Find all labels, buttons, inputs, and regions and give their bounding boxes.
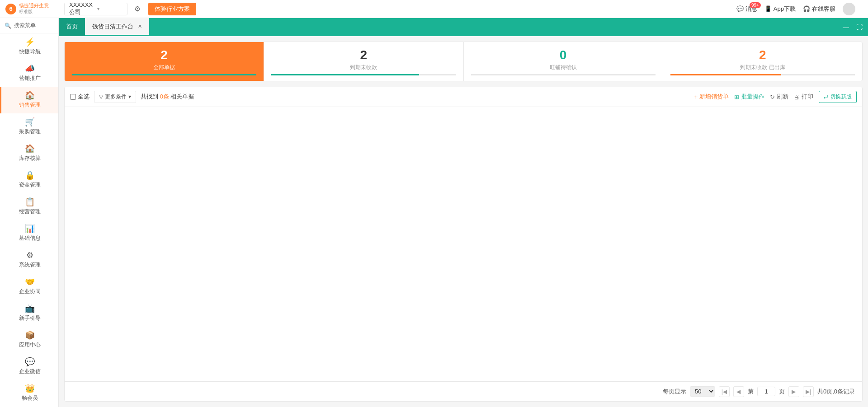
select-all-checkbox[interactable]: 全选 bbox=[70, 93, 90, 101]
sidebar-label-sales: 销售管理 bbox=[19, 101, 41, 109]
filter-icon: ▽ bbox=[99, 94, 103, 100]
sidebar-item-system[interactable]: ⚙ 系统管理 bbox=[0, 247, 58, 273]
app-download-button[interactable]: 📱 App下载 bbox=[764, 5, 796, 13]
inventory-icon: 🏠 bbox=[25, 145, 35, 153]
tab-close-icon[interactable]: ✕ bbox=[138, 23, 142, 29]
gear-icon: ⚙ bbox=[134, 5, 141, 13]
page-input[interactable] bbox=[757, 387, 775, 396]
stat-number-overdue: 2 bbox=[271, 47, 456, 63]
tab-workbench[interactable]: 钱货日清工作台 ✕ bbox=[85, 18, 149, 36]
lightning-icon: ⚡ bbox=[25, 38, 35, 46]
wechat-icon: 💬 bbox=[25, 358, 35, 366]
table-area bbox=[65, 107, 862, 381]
sidebar-item-enterprise[interactable]: 🤝 企业协同 bbox=[0, 273, 58, 300]
sidebar-item-newbie[interactable]: 📺 新手引导 bbox=[0, 300, 58, 327]
online-service-button[interactable]: 🎧 在线客服 bbox=[803, 5, 835, 13]
sidebar-item-wechat[interactable]: 💬 企业微信 bbox=[0, 353, 58, 380]
sales-icon: 🏠 bbox=[25, 91, 35, 99]
total-info: 共0页,0条记录 bbox=[817, 388, 855, 396]
stat-label-overdue: 到期未收款 bbox=[271, 64, 456, 71]
company-name: XXXXXX公司 bbox=[69, 1, 94, 16]
stat-label-all: 全部单据 bbox=[72, 64, 256, 71]
experience-button[interactable]: 体验行业方案 bbox=[148, 3, 196, 15]
sidebar-item-quick-nav[interactable]: ⚡ 快捷导航 bbox=[0, 33, 58, 60]
tab-home[interactable]: 首页 bbox=[59, 18, 85, 36]
switch-icon: ⇄ bbox=[824, 94, 828, 100]
header-right: 💬 消息 99+ 📱 App下载 🎧 在线客服 bbox=[736, 3, 863, 15]
stat-progress-all bbox=[72, 74, 256, 75]
sidebar-item-basic-info[interactable]: 📊 基础信息 bbox=[0, 220, 58, 247]
page-size-select[interactable]: 50 100 200 bbox=[690, 386, 715, 397]
sidebar-item-inventory[interactable]: 🏠 库存核算 bbox=[0, 140, 58, 167]
sidebar-label-system: 系统管理 bbox=[19, 261, 41, 269]
content-panel: 全选 ▽ 更多条件 ▾ 共找到 0条 相关单据 + 新增销货单 bbox=[64, 87, 863, 402]
switch-new-version-button[interactable]: ⇄ 切换新版 bbox=[819, 91, 857, 103]
switch-btn-label: 切换新版 bbox=[830, 93, 852, 101]
next-page-button[interactable]: ▶ bbox=[788, 386, 799, 397]
stat-card-pending[interactable]: 0 旺铺待确认 bbox=[464, 42, 663, 81]
stat-card-overdue-out[interactable]: 2 到期未收款 已出库 bbox=[663, 42, 862, 81]
logo-sub: 标准版 bbox=[19, 9, 49, 15]
first-page-button[interactable]: |◀ bbox=[719, 386, 730, 397]
tab-minimize-icon[interactable]: — bbox=[841, 22, 851, 33]
batch-btn-label: 批量操作 bbox=[741, 93, 764, 101]
stat-progress-bar-overdue-out bbox=[670, 74, 781, 75]
toolbar-right: + 新增销货单 ⊞ 批量操作 ↻ 刷新 🖨 bbox=[694, 91, 857, 103]
sidebar-item-sales[interactable]: 🏠 销售管理 bbox=[0, 87, 58, 113]
last-page-button[interactable]: ▶| bbox=[803, 386, 814, 397]
stat-progress-pending bbox=[471, 74, 656, 75]
sidebar-item-capital[interactable]: 🔒 资金管理 bbox=[0, 167, 58, 193]
plus-icon: + bbox=[694, 94, 698, 100]
sidebar-item-app-center[interactable]: 📦 应用中心 bbox=[0, 327, 58, 353]
print-button[interactable]: 🖨 打印 bbox=[794, 93, 813, 101]
avatar[interactable] bbox=[843, 3, 855, 15]
stat-card-all[interactable]: 2 全部单据 bbox=[65, 42, 264, 81]
sidebar-item-marketing[interactable]: 📣 营销推广 bbox=[0, 60, 58, 87]
prev-page-button[interactable]: ◀ bbox=[733, 386, 744, 397]
chevron-down-icon: ▾ bbox=[97, 6, 123, 11]
per-page-label: 每页显示 bbox=[663, 388, 686, 396]
stat-card-overdue[interactable]: 2 到期未收款 bbox=[264, 42, 463, 81]
sidebar-item-operations[interactable]: 📋 经营管理 bbox=[0, 193, 58, 220]
system-icon: ⚙ bbox=[26, 251, 33, 259]
service-icon: 🎧 bbox=[803, 5, 810, 12]
search-menu-button[interactable]: 🔍 搜索菜单 bbox=[0, 18, 58, 33]
sidebar-label-operations: 经营管理 bbox=[19, 208, 41, 215]
sidebar-label-marketing: 营销推广 bbox=[19, 75, 41, 82]
stat-progress-overdue bbox=[271, 74, 456, 75]
print-label: 打印 bbox=[802, 93, 813, 101]
more-filter-button[interactable]: ▽ 更多条件 ▾ bbox=[94, 91, 136, 103]
purchase-icon: 🛒 bbox=[25, 118, 35, 126]
basic-info-icon: 📊 bbox=[25, 225, 35, 233]
stat-label-overdue-out: 到期未收款 已出库 bbox=[670, 64, 855, 71]
sidebar-label-enterprise: 企业协同 bbox=[19, 288, 41, 295]
result-count: 0条 bbox=[160, 93, 169, 100]
enterprise-icon: 🤝 bbox=[25, 278, 35, 286]
main-content: 首页 钱货日清工作台 ✕ — ⛶ 2 全部单据 bbox=[59, 18, 868, 407]
batch-operation-button[interactable]: ⊞ 批量操作 bbox=[734, 93, 764, 101]
refresh-label: 刷新 bbox=[777, 93, 788, 101]
company-selector[interactable]: XXXXXX公司 ▾ bbox=[64, 3, 127, 15]
select-all-input[interactable] bbox=[70, 94, 76, 100]
search-icon: 🔍 bbox=[5, 23, 11, 29]
sidebar-item-purchase[interactable]: 🛒 采购管理 bbox=[0, 113, 58, 140]
stat-number-all: 2 bbox=[72, 47, 256, 63]
stat-label-pending: 旺铺待确认 bbox=[471, 64, 656, 71]
tab-maximize-icon[interactable]: ⛶ bbox=[854, 22, 864, 33]
sidebar-item-member[interactable]: 👑 畅会员 bbox=[0, 380, 58, 407]
sidebar-label-member: 畅会员 bbox=[22, 394, 38, 402]
message-button[interactable]: 💬 消息 99+ bbox=[736, 5, 757, 13]
new-sales-order-button[interactable]: + 新增销货单 bbox=[694, 93, 729, 101]
page-label: 第 bbox=[748, 388, 754, 396]
sidebar-label-purchase: 采购管理 bbox=[19, 128, 41, 136]
page-suffix: 页 bbox=[779, 388, 785, 396]
print-icon: 🖨 bbox=[794, 94, 800, 100]
settings-button[interactable]: ⚙ bbox=[131, 3, 144, 15]
newbie-icon: 📺 bbox=[25, 304, 35, 313]
sidebar-label-quick-nav: 快捷导航 bbox=[19, 48, 41, 56]
online-service-label: 在线客服 bbox=[812, 5, 835, 13]
select-all-label: 全选 bbox=[78, 93, 90, 101]
refresh-button[interactable]: ↻ 刷新 bbox=[770, 93, 788, 101]
batch-icon: ⊞ bbox=[734, 94, 739, 100]
sidebar-label-inventory: 库存核算 bbox=[19, 154, 41, 162]
